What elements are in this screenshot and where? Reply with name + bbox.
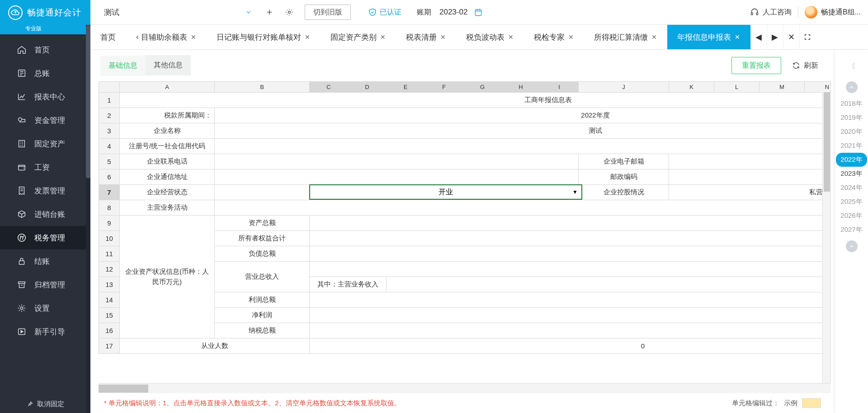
nav-tax[interactable]: 税务管理 (0, 226, 90, 249)
fullscreen-button[interactable] (799, 25, 816, 49)
nav-reports[interactable]: 报表中心 (0, 85, 90, 108)
row-header[interactable]: 1 (99, 93, 120, 108)
nav-assets[interactable]: 固定资产 (0, 132, 90, 155)
col-header[interactable]: E (387, 82, 425, 93)
close-icon[interactable]: ✕ (735, 33, 740, 41)
row-header[interactable]: 4 (99, 139, 120, 154)
tab-bank-recon[interactable]: 日记账与银行对账单核对✕ (207, 25, 321, 49)
row-header[interactable]: 5 (99, 154, 120, 169)
logo[interactable]: 畅捷通好会计 (0, 0, 90, 25)
year-item[interactable]: 2020年 (836, 125, 867, 139)
row-header[interactable]: 16 (99, 323, 120, 338)
nav: 首页 总账 报表中心 资金管理 固定资产 工资 发票管理 进销台账 税务管理 结… (0, 34, 90, 395)
refresh-button[interactable]: 刷新 (792, 61, 818, 70)
tab-home[interactable]: 首页 (90, 25, 126, 49)
col-header[interactable]: D (348, 82, 387, 93)
col-header[interactable]: F (425, 82, 463, 93)
col-header[interactable]: B (215, 82, 310, 93)
nav-ledger[interactable]: 总账 (0, 61, 90, 85)
nav-inventory[interactable]: 进销台账 (0, 202, 90, 226)
tab-aux-balance[interactable]: ‹目辅助余额表✕ (126, 25, 207, 49)
nav-invoice[interactable]: 发票管理 (0, 179, 90, 202)
tabs-next[interactable]: ▶ (767, 25, 783, 49)
col-header[interactable]: L (714, 82, 760, 93)
col-header[interactable]: I (540, 82, 579, 93)
switch-old-button[interactable]: 切到旧版 (305, 5, 351, 20)
col-header[interactable]: H (502, 82, 540, 93)
col-header[interactable]: N (805, 82, 831, 93)
spreadsheet[interactable]: A B C D E F G H I J (99, 81, 831, 383)
year-item[interactable]: 2024年 (836, 181, 867, 195)
row-header[interactable]: 11 (99, 246, 120, 262)
add-button[interactable] (261, 4, 278, 20)
row-header[interactable]: 3 (99, 123, 120, 139)
vertical-scrollbar[interactable] (822, 92, 830, 383)
user-menu[interactable]: 畅捷通B组... (805, 6, 861, 19)
tab-income-tax[interactable]: 所得税汇算清缴✕ (584, 25, 667, 49)
col-header[interactable]: G (463, 82, 502, 93)
consult-button[interactable]: 人工咨询 (750, 8, 792, 17)
status-cell[interactable] (215, 185, 579, 200)
close-icon[interactable]: ✕ (508, 33, 514, 41)
year-item[interactable]: 2027年 (836, 223, 867, 237)
year-item[interactable]: 2025年 (836, 195, 867, 209)
row-header[interactable]: 17 (99, 338, 120, 354)
col-header[interactable]: K (669, 82, 714, 93)
calendar-icon[interactable] (474, 8, 483, 17)
tab-tax-trend[interactable]: 税负波动表✕ (456, 25, 524, 49)
year-item[interactable]: 2018年 (836, 97, 867, 111)
row-header[interactable]: 13 (99, 277, 120, 292)
mini-tab-basic[interactable]: 基础信息 (100, 56, 146, 76)
close-icon[interactable]: ✕ (440, 33, 446, 41)
nav-settings[interactable]: 设置 (0, 296, 90, 320)
horizontal-scrollbar[interactable] (99, 383, 831, 393)
close-icon[interactable]: ✕ (380, 33, 386, 41)
select-all-cell[interactable] (99, 82, 120, 93)
tab-asset-category[interactable]: 固定资产类别✕ (321, 25, 396, 49)
year-next[interactable] (846, 240, 858, 252)
row-header[interactable]: 8 (99, 200, 120, 216)
row-header[interactable]: 6 (99, 169, 120, 185)
tabs-prev[interactable]: ◀ (750, 25, 767, 49)
close-icon[interactable]: ✕ (191, 33, 196, 41)
close-icon[interactable]: ✕ (568, 33, 574, 41)
year-item[interactable]: 2026年 (836, 209, 867, 223)
company-dropdown[interactable]: 测试 (104, 4, 258, 20)
sidebar-scrollbar[interactable] (86, 25, 90, 413)
row-header[interactable]: 7 (99, 185, 120, 200)
col-header[interactable]: C (310, 82, 348, 93)
col-header[interactable]: M (760, 82, 805, 93)
row-header[interactable]: 10 (99, 231, 120, 246)
tab-tax-list[interactable]: 税表清册✕ (396, 25, 456, 49)
year-prev[interactable] (846, 81, 858, 93)
row-header[interactable]: 2 (99, 108, 120, 123)
tab-tax-expert[interactable]: 税检专家✕ (524, 25, 584, 49)
nav-archive[interactable]: 归档管理 (0, 273, 90, 296)
sheet-title[interactable]: 工商年报信息表 (120, 93, 831, 108)
col-header[interactable]: J (579, 82, 669, 93)
row-header[interactable]: 12 (99, 262, 120, 277)
year-item[interactable]: 2022年 (836, 153, 867, 167)
nav-home[interactable]: 首页 (0, 38, 90, 61)
unpin-button[interactable]: 取消固定 (0, 395, 90, 413)
close-icon[interactable]: ✕ (651, 33, 657, 41)
row-header[interactable]: 9 (99, 216, 120, 231)
row-header[interactable]: 15 (99, 308, 120, 323)
nav-funds[interactable]: 资金管理 (0, 108, 90, 132)
close-icon[interactable]: ✕ (305, 33, 310, 41)
tabs-close-all[interactable]: ✕ (783, 25, 799, 49)
year-item[interactable]: 2019年 (836, 111, 867, 125)
nav-closing[interactable]: 结账 (0, 249, 90, 273)
nav-salary[interactable]: 工资 (0, 155, 90, 179)
col-header[interactable]: A (120, 82, 215, 93)
row-header[interactable]: 14 (99, 292, 120, 308)
panel-collapse[interactable]: 《 (848, 55, 856, 78)
year-item[interactable]: 2021年 (836, 139, 867, 153)
year-item[interactable]: 2023年 (836, 167, 867, 181)
nav-guide[interactable]: 新手引导 (0, 320, 90, 343)
reset-button[interactable]: 重置报表 (731, 57, 781, 74)
mini-tab-other[interactable]: 其他信息 (146, 55, 191, 75)
verified-badge[interactable]: 已认证 (368, 8, 401, 17)
settings-button[interactable] (281, 4, 297, 20)
tab-annual-report[interactable]: 年报信息申报表✕ (667, 25, 750, 49)
